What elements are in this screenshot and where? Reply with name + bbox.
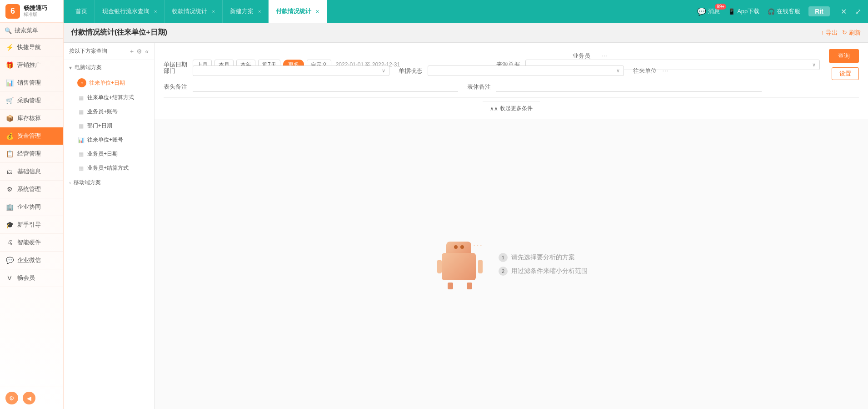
voucher-status-select[interactable]: ∨ <box>428 66 624 76</box>
message-badge: 99+ <box>715 4 726 10</box>
online-service-btn[interactable]: 🎧 在线客服 <box>768 7 800 15</box>
userbar: 💬 消息 99+ 📱 App下载 🎧 在线客服 Rit <box>697 6 837 16</box>
sidebar-item-wechat[interactable]: 💬 企业微信 <box>0 252 63 269</box>
sidebar-item-guide[interactable]: 🎓 新手引导 <box>0 216 63 234</box>
refresh-btn[interactable]: ↻ 刷新 <box>842 29 861 37</box>
sidebar-item-label: 企业协同 <box>17 203 41 211</box>
scheme-panel-title: 按以下方案查询 <box>69 47 107 55</box>
headset-icon: 🎧 <box>768 8 775 15</box>
body-note-input[interactable] <box>496 81 762 92</box>
operation-icon: 📋 <box>5 150 14 158</box>
tab-bank-close[interactable]: × <box>154 9 157 14</box>
app-logo-icon: 6 <box>5 4 20 19</box>
expand-window-btn[interactable]: ⤢ <box>852 5 864 18</box>
sidebar-item-label: 库存核算 <box>17 114 41 122</box>
sidebar-item-quick-nav[interactable]: ⚡ 快捷导航 <box>0 39 63 56</box>
active-scheme-dot: ○ <box>77 78 86 87</box>
collapse-sidebar-icon[interactable]: ◀ <box>23 392 35 404</box>
robot-body <box>442 253 476 280</box>
tab-payment-stat[interactable]: 收款情况统计 × <box>165 0 222 23</box>
mobile-group-header[interactable]: › 移动端方案 <box>64 175 154 190</box>
sidebar-item-purchase[interactable]: 🛒 采购管理 <box>0 92 63 110</box>
tab-bank-label: 现金银行流水查询 <box>102 7 150 15</box>
message-btn[interactable]: 💬 消息 99+ <box>697 7 720 16</box>
robot-leg-left <box>448 283 453 289</box>
scheme-item-unit-date[interactable]: ○ 往来单位+日期 <box>64 75 154 91</box>
step-num-2: 2 <box>499 267 508 276</box>
scheme-item-label: 业务员+日期 <box>87 150 118 158</box>
topnav-window-actions: ✕ ⤢ <box>837 5 868 18</box>
desktop-group-label: 电脑端方案 <box>75 64 102 71</box>
sidebar-item-basic[interactable]: 🗂 基础信息 <box>0 163 63 181</box>
close-window-btn[interactable]: ✕ <box>837 5 850 18</box>
tab-new-scheme[interactable]: 新建方案 × <box>223 0 269 23</box>
sidebar-item-label: 企业微信 <box>17 256 41 264</box>
robot-eye-left <box>454 245 458 249</box>
export-btn[interactable]: ↑ 导出 <box>821 29 838 37</box>
vip-icon: V <box>5 274 14 282</box>
scheme-item-label: 往来单位+结算方式 <box>87 94 134 101</box>
tab-pay-stat[interactable]: 付款情况统计 × <box>269 0 326 23</box>
tab-new-scheme-close[interactable]: × <box>258 9 261 14</box>
partner-filter-dots[interactable]: ··· <box>662 67 668 75</box>
tab-home[interactable]: 首页 <box>68 0 95 23</box>
dept-select[interactable]: ∨ <box>193 66 389 76</box>
scheme-item-staff-date[interactable]: ▦ 业务员+日期 <box>64 147 154 161</box>
app-edition: 标准版 <box>24 11 47 18</box>
staff-filter-dots[interactable]: ··· <box>602 52 608 60</box>
sidebar-item-sales[interactable]: 📊 销售管理 <box>0 74 63 92</box>
tab-new-scheme-label: 新建方案 <box>230 7 254 15</box>
group-expand-icon: ▾ <box>69 65 72 71</box>
filter-row-3: 表头备注 表体备注 <box>164 81 859 92</box>
mobile-scheme-group: › 移动端方案 <box>64 175 154 190</box>
sidebar-item-enterprise[interactable]: 🏢 企业协同 <box>0 198 63 216</box>
add-scheme-btn[interactable]: + <box>130 48 134 55</box>
scheme-item-label: 往来单位+账号 <box>87 136 123 144</box>
sidebar-footer: ⚙ ◀ <box>0 387 63 409</box>
scheme-item-staff-account[interactable]: ▦ 业务员+账号 <box>64 105 154 119</box>
voucher-status-label: 单据状态 <box>399 67 424 75</box>
sidebar-item-label: 销售管理 <box>17 79 41 87</box>
scheme-item-staff-settle[interactable]: ▦ 业务员+结算方式 <box>64 161 154 175</box>
robot-arm-left <box>437 260 442 273</box>
search-icon: 🔍 <box>5 27 12 34</box>
basic-icon: 🗂 <box>5 167 14 176</box>
voucher-status-item: 单据状态 ∨ <box>399 66 624 76</box>
collapse-btn[interactable]: ∧∧ 收起更多条件 <box>483 101 540 115</box>
sidebar-item-system[interactable]: ⚙ 系统管理 <box>0 181 63 198</box>
scheme-item-unit-settle[interactable]: ▦ 往来单位+结算方式 <box>64 91 154 105</box>
enterprise-icon: 🏢 <box>5 203 14 211</box>
sidebar-item-finance[interactable]: 💰 资金管理 <box>0 127 63 145</box>
tab-bank[interactable]: 现金银行流水查询 × <box>95 0 165 23</box>
tab-pay-stat-close[interactable]: × <box>316 9 319 14</box>
scheme-panel-header: 按以下方案查询 + ⚙ « <box>64 43 154 60</box>
scheme-settings-btn[interactable]: ⚙ <box>136 48 142 55</box>
sidebar-item-hardware[interactable]: 🖨 智能硬件 <box>0 234 63 252</box>
header-note-input[interactable] <box>193 81 458 92</box>
sidebar-item-label: 快捷导航 <box>17 43 41 51</box>
scheme-item-label: 业务员+结算方式 <box>87 164 129 172</box>
desktop-group-header[interactable]: ▾ 电脑端方案 <box>64 60 154 75</box>
scheme-item-unit-account[interactable]: 📊 往来单位+账号 <box>64 133 154 147</box>
inventory-icon: 📦 <box>5 114 14 122</box>
sidebar-item-marketing[interactable]: 🎁 营销推广 <box>0 56 63 74</box>
scheme-item-dept-date[interactable]: ▦ 部门+日期 <box>64 119 154 133</box>
user-avatar[interactable]: Rit <box>808 6 830 16</box>
tab-payment-stat-close[interactable]: × <box>212 9 215 14</box>
header-bar: 付款情况统计(往来单位+日期) ↑ 导出 ↻ 刷新 <box>64 23 868 43</box>
guide-icon: 🎓 <box>5 221 14 229</box>
search-menu[interactable]: 🔍 搜索菜单 <box>0 23 63 39</box>
scheme-table-icon2: ▦ <box>77 108 85 116</box>
app-download-btn[interactable]: 📱 App下载 <box>728 7 759 15</box>
sidebar-item-inventory[interactable]: 📦 库存核算 <box>0 110 63 127</box>
sidebar-nav: ⚡ 快捷导航 🎁 营销推广 📊 销售管理 🛒 采购管理 📦 库存核算 💰 资金管… <box>0 39 63 387</box>
message-icon: 💬 <box>697 7 706 16</box>
tab-pay-stat-label: 付款情况统计 <box>276 7 311 15</box>
sidebar-item-vip[interactable]: V 畅会员 <box>0 269 63 287</box>
collapse-scheme-btn[interactable]: « <box>145 48 149 55</box>
mobile-group-label: 移动端方案 <box>74 179 101 187</box>
settings-footer-icon[interactable]: ⚙ <box>5 392 18 404</box>
sidebar-logo: 6 畅捷通巧 标准版 <box>0 0 63 23</box>
sidebar-item-operation[interactable]: 📋 经营管理 <box>0 145 63 163</box>
robot-eye-right <box>460 245 464 249</box>
